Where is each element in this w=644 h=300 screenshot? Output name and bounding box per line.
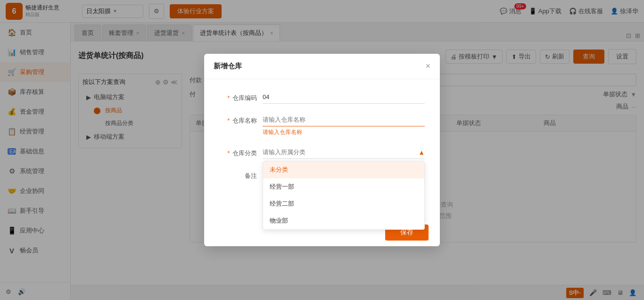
modal-overlay: 新增仓库 × * 仓库编码 * 仓库名称 <box>0 0 644 300</box>
category-label: * 仓库分类 <box>219 146 257 158</box>
category-toggle-btn[interactable]: ▲ <box>418 149 425 156</box>
name-input[interactable] <box>263 113 425 126</box>
cat-option-property[interactable]: 物业部 <box>263 212 424 229</box>
name-required-mark: * <box>227 117 230 124</box>
name-error-msg: 请输入仓库名称 <box>263 128 425 136</box>
code-input[interactable] <box>263 91 425 104</box>
category-input[interactable] <box>263 146 425 159</box>
cat-option-none[interactable]: 未分类 <box>263 161 424 178</box>
modal-body: * 仓库编码 * 仓库名称 请输入仓库名称 <box>204 79 440 219</box>
category-dropdown: 未分类 经营一部 经营二部 物业部 <box>263 161 425 230</box>
category-input-wrap: ▲ 未分类 经营一部 经营二部 物业部 <box>263 146 425 159</box>
name-input-wrap: 请输入仓库名称 <box>263 113 425 136</box>
modal-header: 新增仓库 × <box>204 54 440 79</box>
name-label: * 仓库名称 <box>219 113 257 125</box>
form-row-category: * 仓库分类 ▲ 未分类 经营一部 经营二部 物业部 <box>219 146 425 159</box>
category-required-mark: * <box>227 150 230 157</box>
modal-add-warehouse: 新增仓库 × * 仓库编码 * 仓库名称 <box>204 54 440 246</box>
modal-title: 新增仓库 <box>214 62 242 71</box>
form-row-name: * 仓库名称 请输入仓库名称 <box>219 113 425 136</box>
modal-close-button[interactable]: × <box>425 61 430 71</box>
form-row-code: * 仓库编码 <box>219 91 425 104</box>
note-label: 备注 <box>219 168 257 180</box>
cat-option-dept1[interactable]: 经营一部 <box>263 178 424 195</box>
code-required-mark: * <box>227 94 230 101</box>
code-input-wrap <box>263 91 425 104</box>
cat-option-dept2[interactable]: 经营二部 <box>263 195 424 212</box>
code-label: * 仓库编码 <box>219 91 257 102</box>
